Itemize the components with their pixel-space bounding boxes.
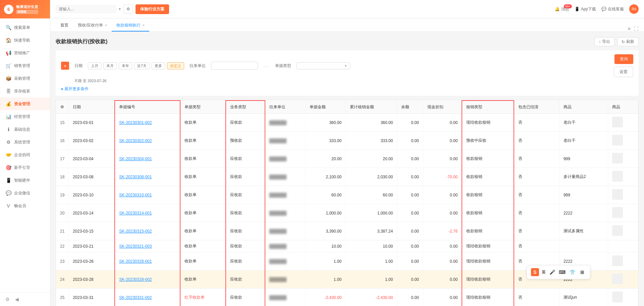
sidebar-item-purchase[interactable]: 📦 采购管理	[0, 72, 50, 85]
tab-expand-icon[interactable]: ⛶	[634, 26, 639, 32]
row-bill-type: 收款单	[180, 168, 226, 186]
col-header-discount[interactable]: 现金折扣	[423, 101, 462, 114]
col-header-bill-no[interactable]: 单据编号	[115, 101, 180, 114]
sidebar-item-hardware[interactable]: 📱 智能硬件	[0, 174, 50, 187]
sidebar-item-quick-nav[interactable]: 🏠 快捷导航	[0, 34, 50, 47]
row-discount: 0.00	[423, 204, 462, 222]
col-header-partner[interactable]: 往来单位	[265, 101, 306, 114]
topbar-gear-button[interactable]: ⚙	[123, 4, 133, 14]
user-avatar[interactable]: Rit	[629, 4, 639, 14]
settings-button[interactable]: 设置	[614, 67, 633, 77]
tab-home[interactable]: 首页	[56, 20, 73, 32]
grid-icon[interactable]: ⊞	[579, 268, 586, 276]
sidebar-item-search[interactable]: 🔍 搜索菜单	[0, 21, 50, 34]
date-last-month[interactable]: 上月	[88, 62, 101, 69]
tab-receivable[interactable]: 预收/应收付单 ×	[73, 20, 112, 32]
bill-no-link[interactable]: SK-20230328-002	[119, 277, 152, 282]
sidebar-item-sales[interactable]: 🛒 销售管理	[0, 59, 50, 72]
shirt-icon[interactable]: 👕	[569, 268, 576, 276]
bill-no-link[interactable]: SK-20230310-001	[119, 193, 152, 197]
tab-verify-close[interactable]: ×	[143, 23, 145, 27]
row-biz-type: 预收款	[226, 132, 265, 150]
col-header-bill-type[interactable]: 单据类型	[180, 101, 226, 114]
bill-no-link[interactable]: SK-20230304-001	[119, 157, 152, 161]
sidebar-item-wechat[interactable]: 💬 企业微信	[0, 187, 50, 199]
bill-no-link[interactable]: SK-20230302-002	[119, 138, 152, 143]
tab-close-all-icon[interactable]: ✕	[627, 26, 631, 32]
partner-filter-input[interactable]	[211, 62, 258, 70]
date-more[interactable]: 更多	[152, 62, 165, 69]
sidebar-item-inventory[interactable]: 🗄 库存核算	[0, 85, 50, 98]
table-row: 25 2023-03-31 SK-20230331-002 红字收款单 应收款 …	[56, 289, 638, 306]
bill-no-link[interactable]: SK-20230328-001	[119, 259, 152, 264]
row-bill-type: 收款单	[180, 186, 226, 204]
col-header-included[interactable]: 包含已结清	[514, 101, 559, 114]
date-7days[interactable]: 近7天	[134, 62, 150, 69]
sidebar-item-finance[interactable]: 💰 资金管理	[0, 98, 50, 110]
table-header-row: ⚙ 日期 单据编号 单据类型 业务类型 往来单位 单据金额 累计核销金额 余额 …	[56, 101, 638, 114]
col-header-product[interactable]: 商品	[559, 101, 608, 114]
app-download-button[interactable]: 📱 App下载	[575, 6, 596, 12]
col-header-verify-type[interactable]: 核销类型	[462, 101, 514, 114]
row-bill-no: SK-20230302-002	[115, 132, 180, 150]
brand-search-input[interactable]	[56, 5, 116, 13]
keyboard-icon[interactable]: ⌨	[558, 268, 566, 276]
hardware-icon: 📱	[5, 177, 11, 183]
query-button[interactable]: 查询	[614, 54, 633, 64]
row-balance: 0.00	[397, 150, 423, 168]
col-header-verified[interactable]: 累计核销金额	[346, 101, 397, 114]
sidebar-item-marketing[interactable]: 📢 营销推广	[0, 47, 50, 59]
sidebar-item-enterprise[interactable]: 🤝 企业协同	[0, 148, 50, 161]
col-header-balance[interactable]: 余额	[397, 101, 423, 114]
online-service-button[interactable]: 💬 在线客服	[601, 6, 624, 12]
col-header-amount[interactable]: 单据金额	[306, 101, 346, 114]
operations-icon: 📊	[5, 114, 11, 120]
row-product-img	[608, 114, 638, 132]
sidebar-item-label-finance: 资金管理	[14, 101, 30, 107]
sidebar-item-system[interactable]: ⚙ 系统管理	[0, 136, 50, 148]
bill-no-link[interactable]: SK-20230315-002	[119, 229, 152, 234]
mic-icon[interactable]: 🎤	[548, 268, 556, 276]
expand-more-button[interactable]: ▾ 展开更多条件	[61, 86, 633, 92]
col-header-date[interactable]: 日期	[69, 101, 115, 114]
overlay-logo: S	[531, 268, 539, 276]
tab-verify[interactable]: 收款核销执行 ×	[112, 20, 149, 32]
row-amount: 2,100.00	[306, 168, 346, 186]
sidebar-settings-icon[interactable]: ⚙	[5, 297, 10, 302]
filter-expand-row: ▾ 展开更多条件	[61, 86, 633, 92]
date-this-month[interactable]: 本月	[103, 62, 117, 69]
date-this-year[interactable]: 本年	[119, 62, 132, 69]
row-bill-type: 收款单	[180, 132, 226, 150]
date-custom[interactable]: 自定义	[167, 62, 184, 69]
tab-receivable-close[interactable]: ×	[105, 23, 107, 27]
solution-button[interactable]: 体验行业方案	[136, 4, 169, 14]
row-bill-type: 收款单	[180, 222, 226, 240]
sidebar-item-guide[interactable]: 🎯 新手引导	[0, 161, 50, 174]
product-thumbnail	[612, 171, 623, 182]
row-partner: ██████	[265, 168, 306, 186]
bill-type-select[interactable]: ▾	[297, 62, 350, 69]
bill-no-link[interactable]: SK-20230321-003	[119, 244, 152, 249]
product-thumbnail	[612, 153, 623, 164]
sidebar-item-member[interactable]: V 畅会员	[0, 199, 50, 212]
bill-no-link[interactable]: SK-20230301-002	[119, 120, 152, 125]
sidebar-item-basic[interactable]: ℹ 基础信息	[0, 123, 50, 136]
sidebar-item-operations[interactable]: 📊 经营管理	[0, 110, 50, 123]
bill-no-link[interactable]: SK-20230308-001	[119, 175, 152, 179]
notification-button[interactable]: 🔔 消息 99+	[555, 6, 569, 12]
col-header-settings[interactable]: ⚙	[56, 101, 69, 114]
row-verified: 360.00	[346, 114, 397, 132]
row-balance: 0.00	[397, 168, 423, 186]
filter-more-options[interactable]: ...	[263, 63, 270, 68]
bill-type-filter-label: 单据类型	[275, 63, 291, 69]
col-header-biz-type[interactable]: 业务类型	[226, 101, 265, 114]
row-verify-type: 现结收款核销	[462, 289, 514, 306]
export-button[interactable]: ↑ 导出	[594, 37, 614, 46]
sidebar-collapse-icon[interactable]: ◀	[15, 297, 19, 302]
refresh-button[interactable]: ↻ 刷新	[617, 37, 639, 46]
bill-no-link[interactable]: SK-20230314-001	[119, 211, 152, 216]
bill-no-link[interactable]: SK-20230331-002	[119, 295, 152, 300]
table-row: 21 2023-03-15 SK-20230315-002 收款单 应收款 ██…	[56, 222, 638, 240]
row-num: 20	[56, 204, 69, 222]
filter-toggle-button[interactable]: »	[61, 62, 69, 70]
